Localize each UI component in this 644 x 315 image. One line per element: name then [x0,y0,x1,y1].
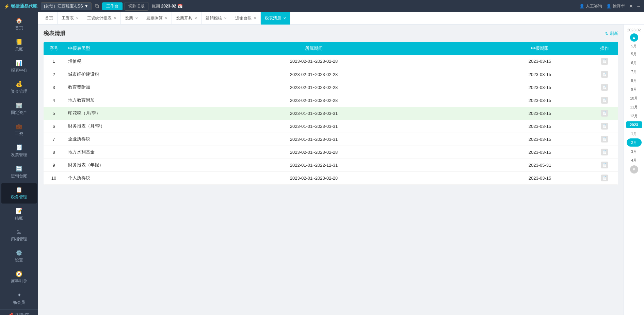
refresh-button[interactable]: ↻ 刷新 [605,31,618,36]
invoice-icon: 🧾 [16,144,22,151]
sidebar-item-home[interactable]: 🏠 首页 [1,14,37,34]
cell-period: 2023-01-01~2023-03-31 [139,133,489,146]
timeline-month-8[interactable]: 8月 [627,76,642,85]
tab-close-inout-check[interactable]: ✕ [224,16,227,20]
table-row: 9 财务报表（年报） 2022-01-01~2022-12-31 2023-05… [44,159,618,171]
action-btn[interactable]: 📄 [601,58,608,65]
timeline-month-2-active[interactable]: 2月 [627,138,642,147]
workspace-button[interactable]: 工作台 [102,2,123,10]
cell-type: 城市维护建设税 [64,68,139,81]
tab-close-invoice-calc[interactable]: ✕ [165,16,167,20]
cell-type: 财务报表（月/季） [64,120,139,133]
asset-icon: 🏢 [16,102,22,108]
cancel-fixed-button[interactable]: 📌 取消固定 [0,309,38,315]
user-item[interactable]: 👤 徐泽华 [606,3,625,9]
timeline-year-2023[interactable]: 2023 [626,121,642,128]
period-display: 账期 2023-02 📅 [152,3,183,9]
table-header-row: 序号 申报表类型 所属期间 申报期限 操作 [44,42,618,55]
table-row: 7 企业所得税 2023-01-01~2023-03-31 2023-03-15… [44,133,618,146]
calendar-icon[interactable]: 📅 [178,4,183,9]
timeline-month-10[interactable]: 10月 [627,94,642,102]
tab-salary[interactable]: 工资表 ✕ [58,12,83,25]
sidebar-item-settings[interactable]: ⚙️ 设置 [1,246,37,267]
sidebar-item-invoice[interactable]: 🧾 发票管理 [1,141,37,161]
timeline-month-3[interactable]: 3月 [627,147,642,155]
sidebar-item-inout[interactable]: 🔄 进销台账 [1,162,37,182]
timeline-month-5[interactable]: 5月 [627,50,642,58]
sidebar-item-settle[interactable]: 📝 结账 [1,204,37,225]
tab-invoice[interactable]: 发票 ✕ [121,12,142,25]
top-right: 👤 人工咨询 👤 徐泽华 ✕ – [579,3,640,9]
cell-declare: 2023-03-15 [489,94,591,107]
page-title: 税表清册 [44,30,65,37]
sidebar-item-archive[interactable]: 🗂 归档管理 [1,225,37,245]
sidebar-item-salary[interactable]: 💼 工资 [1,120,37,140]
tab-invoice-open[interactable]: 发票开具 ✕ [172,12,202,25]
sidebar-item-asset[interactable]: 🏢 固定资产 [1,99,37,119]
oldver-button[interactable]: 切到旧版 [125,2,148,11]
timeline-month-11[interactable]: 11月 [627,103,642,111]
archive-icon: 🗂 [16,229,22,235]
sidebar-item-fund[interactable]: 💰 资金管理 [1,77,37,98]
help-item[interactable]: 👤 人工咨询 [579,3,602,9]
action-btn[interactable]: 📄 [601,136,608,142]
timeline-month-1[interactable]: 1月 [627,130,642,138]
action-btn[interactable]: 📄 [601,149,608,155]
sidebar-item-ledger[interactable]: 📒 总账 [1,35,37,56]
tab-inout-check[interactable]: 进销稽核 ✕ [202,12,231,25]
tab-close-invoice[interactable]: ✕ [135,16,138,20]
action-btn[interactable]: 📄 [601,97,608,104]
col-header-type: 申报表类型 [64,42,139,55]
timeline-down-nav[interactable]: ▼ [630,165,638,174]
action-btn[interactable]: 📄 [601,175,608,181]
cell-seq: 1 [44,55,64,68]
table-row: 2 城市维护建设税 2023-02-01~2023-02-28 2023-03-… [44,68,618,81]
action-btn[interactable]: 📄 [601,84,608,91]
cell-action: 📄 [591,94,618,107]
cell-seq: 3 [44,81,64,94]
sidebar-item-report[interactable]: 📊 报表中心 [1,56,37,77]
timeline-month-6[interactable]: 6月 [627,59,642,67]
timeline-month-4[interactable]: 4月 [627,156,642,164]
timeline-month-7[interactable]: 7月 [627,68,642,76]
tab-tax-clear[interactable]: 税表清册 ✕ [261,12,290,25]
sidebar-item-guide[interactable]: 🧭 新手引导 [1,267,37,288]
tab-close-invoice-open[interactable]: ✕ [194,16,197,20]
tab-inout-ledger[interactable]: 进销台账 ✕ [231,12,261,25]
sidebar-item-tax[interactable]: 📋 税务管理 [1,183,37,204]
cell-type: 印花税（月/季） [64,107,139,120]
action-btn[interactable]: 📄 [601,110,608,117]
tab-close-tax-clear[interactable]: ✕ [283,16,286,20]
tab-close-salary[interactable]: ✕ [76,16,79,20]
minimize-icon[interactable]: – [637,3,640,9]
cell-declare: 2023-03-15 [489,133,591,146]
main-layout: 🏠 首页 📒 总账 📊 报表中心 💰 资金管理 🏢 固定资产 💼 工资 🧾 发票… [0,12,644,315]
tab-salary-report[interactable]: 工资统计报表 ✕ [83,12,121,25]
timeline-month-9[interactable]: 9月 [627,85,642,93]
cell-action: 📄 [591,146,618,159]
action-btn[interactable]: 📄 [601,71,608,78]
sidebar-item-vip[interactable]: ✦ 畅会员 [1,288,37,309]
vip-icon: ✦ [17,292,21,298]
report-icon: 📊 [16,60,22,66]
app-logo: ⚡ 畅捷通易代账 [4,3,37,9]
timeline-up-nav[interactable]: ▲ [630,33,638,42]
tab-invoice-calc[interactable]: 发票测算 ✕ [142,12,172,25]
action-btn[interactable]: 📄 [601,123,608,130]
copy-icon[interactable]: ⧉ [95,3,99,9]
tab-bar: 首页 工资表 ✕ 工资统计报表 ✕ 发票 ✕ 发票测算 ✕ 发票开具 ✕ [38,12,644,25]
close-icon[interactable]: ✕ [629,3,633,9]
tab-close-salary-report[interactable]: ✕ [114,16,116,20]
cell-declare: 2023-05-31 [489,159,591,171]
timeline-month-12[interactable]: 12月 [627,112,642,120]
action-btn[interactable]: 📄 [601,162,608,168]
company-selector[interactable]: (勿动）江西服宝-LSS ▼ [41,2,92,10]
table-row: 5 印花税（月/季） 2023-01-01~2023-03-31 2023-03… [44,107,618,120]
cell-action: 📄 [591,159,618,171]
tab-home[interactable]: 首页 [41,12,58,25]
tab-close-inout-ledger[interactable]: ✕ [254,16,256,20]
chevron-down-icon: ▼ [84,4,88,9]
cell-seq: 4 [44,94,64,107]
inout-icon: 🔄 [16,165,22,172]
cell-action: 📄 [591,171,618,184]
